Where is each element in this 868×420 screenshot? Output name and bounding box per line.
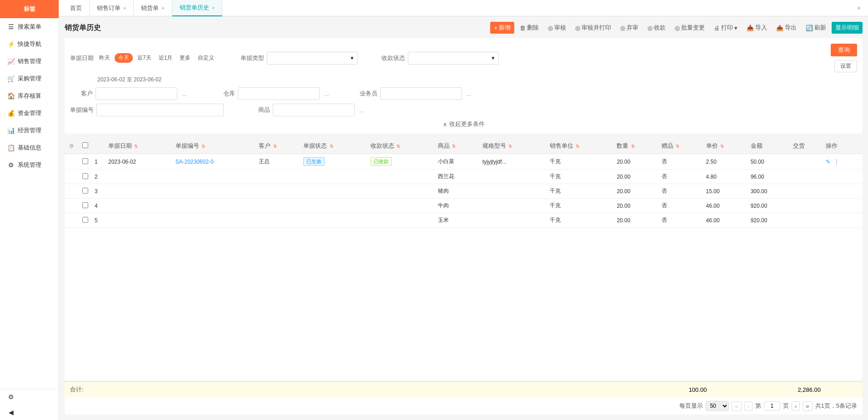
batch-change-icon: ◎ <box>675 25 680 31</box>
doc-type-select[interactable]: ▾ <box>267 52 358 65</box>
export-button[interactable]: 📤 导出 <box>773 22 800 34</box>
set-button[interactable]: 设置 <box>834 60 857 72</box>
col-checkbox[interactable] <box>78 138 92 154</box>
col-doc-date[interactable]: 单据日期 ⇅ <box>105 138 173 154</box>
table-row: 1 2023-06-02 SA-20230602-0 王总 已生效 已收款 小白… <box>65 154 863 170</box>
tab-sales-order-close[interactable]: × <box>123 5 126 11</box>
row2-goods: 西兰花 <box>435 170 480 184</box>
sys-mgmt-icon: ⚙ <box>7 161 15 169</box>
col-quantity[interactable]: 数量 ⇅ <box>614 138 658 154</box>
sidebar-item-ops-mgmt[interactable]: 📊 经营管理 <box>0 122 59 139</box>
prev-page-btn[interactable]: ‹ <box>744 401 753 411</box>
row1-quantity: 20.00 <box>614 154 658 170</box>
collect-icon: ◎ <box>647 25 652 31</box>
col-doc-status[interactable]: 单据状态 ⇅ <box>301 138 368 154</box>
filter-right-panel: 查询 设置 <box>831 44 857 72</box>
col-gift[interactable]: 赠品 ⇅ <box>659 138 703 154</box>
date-btn-last1month[interactable]: 近1月 <box>156 53 176 63</box>
refresh-button[interactable]: 🔄 刷新 <box>802 22 830 34</box>
date-shortcuts: 昨天 今天 近7天 近1月 更多 自定义 <box>96 53 217 63</box>
col-sales-unit[interactable]: 销售单位 ⇅ <box>547 138 614 154</box>
sidebar-item-fund-mgmt[interactable]: 💰 资金管理 <box>0 105 59 122</box>
row4-goods: 牛肉 <box>435 199 480 213</box>
window-close-btn[interactable]: × <box>853 5 864 12</box>
row1-checkbox[interactable] <box>78 154 92 170</box>
goods-input[interactable] <box>273 104 355 116</box>
date-btn-yesterday[interactable]: 昨天 <box>96 53 113 63</box>
filter-collapse-btn[interactable]: ∧ 收起更多条件 <box>70 120 857 128</box>
row2-unit-price: 4.80 <box>703 170 748 184</box>
doc-no-input[interactable] <box>96 104 224 116</box>
warehouse-input[interactable] <box>238 87 320 100</box>
next-page-btn[interactable]: › <box>792 401 800 411</box>
row1-edit-btn[interactable]: ✎ <box>826 159 830 165</box>
tab-sales-goods-close[interactable]: × <box>161 5 164 11</box>
sidebar-item-sys-mgmt[interactable]: ⚙ 系统管理 <box>0 156 59 174</box>
audit-print-button[interactable]: ◎ 审核并打印 <box>572 22 615 34</box>
abandon-button[interactable]: ◎ 弃审 <box>617 22 642 34</box>
sidebar-collapse-btn[interactable]: ◀ <box>0 405 59 420</box>
date-btn-today[interactable]: 今天 <box>115 53 133 63</box>
select-all-checkbox[interactable] <box>82 142 88 148</box>
warehouse-ellipsis[interactable]: ... <box>322 90 331 98</box>
col-customer[interactable]: 客户 ⇅ <box>256 138 301 154</box>
date-btn-more[interactable]: 更多 <box>177 53 193 63</box>
print-button[interactable]: 🖨 打印 ▾ <box>710 22 741 34</box>
collect-status-select[interactable]: ▾ <box>408 52 499 65</box>
row1-doc-status: 已生效 <box>301 154 368 170</box>
customer-ellipsis[interactable]: ... <box>180 90 189 98</box>
first-page-btn[interactable]: « <box>732 401 741 411</box>
tab-sales-history[interactable]: 销货单历史 × <box>172 0 222 16</box>
row2-amount: 96.00 <box>748 170 790 184</box>
goods-sort-icon: ⇅ <box>452 144 456 149</box>
unit-price-sort-icon: ⇅ <box>720 144 724 149</box>
per-page-select[interactable]: 50 100 200 <box>706 401 729 411</box>
salesperson-ellipsis[interactable]: ... <box>465 90 473 98</box>
tab-sales-goods-label: 销货单 <box>141 4 159 12</box>
filter-area: 单据日期 昨天 今天 近7天 近1月 更多 自定义 单据类型 ▾ <box>65 38 863 134</box>
salesperson-input[interactable] <box>380 87 462 100</box>
last-page-btn[interactable]: » <box>803 401 812 411</box>
col-goods[interactable]: 商品 ⇅ <box>435 138 480 154</box>
collect-button[interactable]: ◎ 收款 <box>644 22 669 34</box>
row1-more-btn[interactable]: ⋮ <box>834 159 839 165</box>
data-table-container: ⚙ 单据日期 ⇅ 单据编号 ⇅ 客户 ⇅ <box>65 138 863 381</box>
date-btn-last7days[interactable]: 近7天 <box>135 53 154 63</box>
tab-sales-order-label: 销售订单 <box>97 4 120 12</box>
tab-home[interactable]: 首页 <box>63 0 90 16</box>
audit-button[interactable]: ◎ 审核 <box>544 22 570 34</box>
sales-mgmt-icon: 📈 <box>7 57 15 65</box>
query-button[interactable]: 查询 <box>831 44 857 56</box>
tab-sales-order[interactable]: 销售订单 × <box>90 0 134 16</box>
page-number-input[interactable] <box>764 401 780 410</box>
tab-sales-history-close[interactable]: × <box>212 5 215 10</box>
new-button[interactable]: + 新增 <box>490 22 514 34</box>
sidebar-item-basic-info[interactable]: 📋 基础信息 <box>0 139 59 156</box>
import-button[interactable]: 📥 导入 <box>743 22 771 34</box>
col-unit-price[interactable]: 单价 ⇅ <box>703 138 748 154</box>
salesperson-label: 业务员 <box>355 90 377 98</box>
content-area: 销货单历史 + 新增 🗑 删除 ◎ 审核 ◎ 审核并打印 <box>59 16 868 420</box>
sidebar-item-sales-mgmt[interactable]: 📈 销售管理 <box>0 53 59 70</box>
purchase-mgmt-icon: 🛒 <box>7 75 15 83</box>
tab-sales-goods[interactable]: 销货单 × <box>134 0 172 16</box>
col-collect-status[interactable]: 收款状态 ⇅ <box>368 138 435 154</box>
row1-doc-no[interactable]: SA-20230602-0 <box>173 154 256 170</box>
customer-input[interactable] <box>95 87 177 100</box>
sidebar-settings-btn[interactable]: ⚙ <box>0 389 59 405</box>
settings-bottom-icon: ⚙ <box>7 393 15 401</box>
sidebar-item-inventory-calc[interactable]: 🏠 库存核算 <box>0 87 59 105</box>
sidebar-item-search-menu[interactable]: ☰ 搜索菜单 <box>0 18 59 35</box>
col-settings[interactable]: ⚙ <box>65 138 78 154</box>
goods-ellipsis[interactable]: ... <box>357 106 366 115</box>
col-spec[interactable]: 规格型号 ⇅ <box>480 138 547 154</box>
sidebar-item-quick-nav[interactable]: ⚡ 快捷导航 <box>0 35 59 53</box>
date-btn-custom[interactable]: 自定义 <box>195 53 217 63</box>
col-doc-no[interactable]: 单据编号 ⇅ <box>173 138 256 154</box>
batch-change-button[interactable]: ◎ 批量变更 <box>671 22 708 34</box>
delete-button[interactable]: 🗑 删除 <box>516 22 542 34</box>
collect-status-label: 收款状态 <box>381 54 405 62</box>
show-detail-button[interactable]: 显示明细 <box>832 22 863 34</box>
sidebar-item-purchase-mgmt[interactable]: 🛒 采购管理 <box>0 70 59 87</box>
quantity-sort-icon: ⇅ <box>631 144 635 149</box>
